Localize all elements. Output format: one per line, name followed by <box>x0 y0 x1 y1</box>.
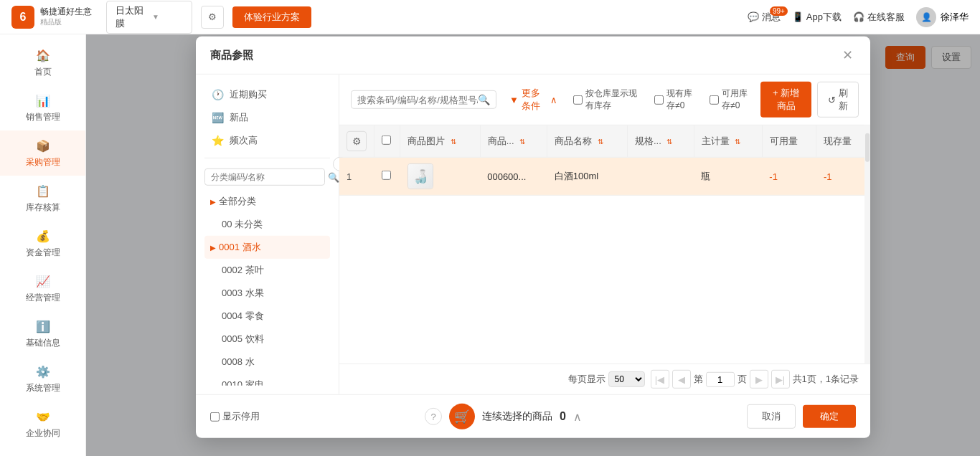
prev-page-button[interactable]: ◀ <box>672 370 691 389</box>
sidebar-item-operation[interactable]: 📈 经营管理 <box>0 266 85 311</box>
last-page-button[interactable]: ▶| <box>771 370 790 389</box>
first-page-button[interactable]: |◀ <box>651 370 669 389</box>
sidebar-item-guide[interactable]: 🎯 新手引导 <box>0 447 85 456</box>
cat-label: 0008 水 <box>222 356 255 369</box>
cat-label: 00 未分类 <box>222 218 263 231</box>
td-checkbox[interactable] <box>374 157 400 195</box>
table-body: 1 🍶 000600... 白酒100ml <box>339 157 870 195</box>
avatar: 👤 <box>916 7 936 27</box>
select-all-checkbox[interactable] <box>382 136 391 145</box>
checkbox-label-text: 可用库存≠0 <box>722 87 753 112</box>
column-settings-icon[interactable]: ⚙ <box>347 131 367 151</box>
footer-center: ? 🛒 连续选择的商品 0 ∧ <box>260 404 747 429</box>
nav-dropdown[interactable]: 日太阳膜 ▼ <box>106 1 192 34</box>
td-code: 000600... <box>480 157 547 195</box>
row-checkbox[interactable] <box>382 171 391 180</box>
category-search-icon[interactable]: 🔍 <box>328 171 339 182</box>
experience-button[interactable]: 体验行业方案 <box>232 6 311 28</box>
product-unit: 瓶 <box>701 171 710 181</box>
user-menu[interactable]: 👤 徐泽华 <box>916 7 969 27</box>
show-disabled-checkbox-wrap[interactable]: 显示停用 <box>210 410 260 423</box>
th-code-label: 商品... <box>488 136 514 146</box>
app-download-button[interactable]: 📱 App下载 <box>792 11 842 24</box>
cat-item-0005[interactable]: 0005 饮料 <box>204 328 330 351</box>
dropdown-label: 日太阳膜 <box>116 4 146 30</box>
basic-icon: ℹ️ <box>35 318 51 334</box>
sidebar-item-home[interactable]: 🏠 首页 <box>0 40 85 85</box>
sidebar-item-purchase[interactable]: 📦 采购管理 <box>0 130 85 176</box>
sort-icon[interactable]: ⇅ <box>451 138 456 146</box>
table-toolbar: 🔍 ▼ 更多条件 ∧ 按仓库显示现有库存 <box>339 75 870 125</box>
cancel-button[interactable]: 取消 <box>747 404 796 429</box>
sort-icon[interactable]: ⇅ <box>666 138 672 146</box>
show-disabled-checkbox[interactable] <box>210 412 220 421</box>
available-nonzero-checkbox[interactable] <box>710 95 719 104</box>
product-table-wrap: ⚙ 商品图片 ⇅ <box>339 125 870 364</box>
checkbox-warehouse[interactable]: 按仓库显示现有库存 <box>573 87 644 112</box>
available-value: -1 <box>769 171 778 181</box>
sidebar-label: 首页 <box>34 66 52 78</box>
show-disabled-label: 显示停用 <box>222 410 260 423</box>
sidebar-label: 企业协同 <box>26 427 60 440</box>
cat-item-0002[interactable]: 0002 茶叶 <box>204 259 330 282</box>
per-page-select[interactable]: 10 20 50 100 <box>608 371 645 387</box>
sidebar: 🏠 首页 📊 销售管理 📦 采购管理 📋 库存核算 💰 资金管理 📈 经营管理 … <box>0 34 86 456</box>
more-filter-button[interactable]: ▼ 更多条件 ∧ <box>504 84 563 115</box>
checkbox-label-text: 现有库存≠0 <box>666 87 698 112</box>
help-icon[interactable]: ? <box>425 408 442 425</box>
next-page-button[interactable]: ▶ <box>750 370 768 389</box>
cat-item-0008[interactable]: 0008 水 <box>204 351 330 374</box>
search-icon[interactable]: 🔍 <box>478 94 490 105</box>
cat-item-all[interactable]: ▶ 全部分类 <box>204 190 330 213</box>
scroll-bar[interactable] <box>864 125 870 364</box>
sidebar-item-finance[interactable]: 💰 资金管理 <box>0 221 85 266</box>
sort-icon[interactable]: ⇅ <box>598 138 603 146</box>
category-search-input[interactable] <box>204 168 325 186</box>
sort-icon[interactable]: ⇅ <box>519 138 525 146</box>
settings-icon[interactable]: ⚙ <box>201 6 224 29</box>
sidebar-item-sales[interactable]: 📊 销售管理 <box>0 85 85 130</box>
quick-item-new[interactable]: 🆕 新品 <box>204 106 330 129</box>
cat-item-0010[interactable]: 0010 家电 <box>204 374 330 386</box>
cat-item-00[interactable]: 00 未分类 <box>204 213 330 236</box>
cart-button[interactable]: 🛒 <box>449 404 475 429</box>
page-number-input[interactable] <box>706 371 735 386</box>
product-table: ⚙ 商品图片 ⇅ <box>339 125 870 196</box>
th-code: 商品... ⇅ <box>480 125 547 158</box>
online-service-button[interactable]: 🎧 在线客服 <box>853 11 905 24</box>
warehouse-checkbox[interactable] <box>573 95 583 104</box>
th-name-label: 商品名称 <box>555 136 592 146</box>
cat-item-0004[interactable]: 0004 零食 <box>204 305 330 328</box>
refresh-button[interactable]: ↺ 刷新 <box>817 82 859 118</box>
sort-icon[interactable]: ⇅ <box>735 138 740 146</box>
right-panel: 🔍 ▼ 更多条件 ∧ 按仓库显示现有库存 <box>339 75 870 394</box>
product-search-input[interactable] <box>357 94 478 105</box>
selected-count: 0 <box>560 410 566 423</box>
cat-label: 0003 水果 <box>222 287 264 300</box>
stock-nonzero-checkbox[interactable] <box>654 95 664 104</box>
add-product-button[interactable]: + 新增商品 <box>760 82 811 118</box>
quick-item-frequent[interactable]: ⭐ 频次高 <box>204 129 330 152</box>
cat-item-0001[interactable]: ▶ 0001 酒水 <box>204 236 330 259</box>
sidebar-item-basic[interactable]: ℹ️ 基础信息 <box>0 311 85 356</box>
quick-access: 🕐 近期购买 🆕 新品 ⭐ 频次高 <box>196 83 339 152</box>
cat-label: 0004 零食 <box>222 310 264 323</box>
sidebar-item-system[interactable]: ⚙️ 系统管理 <box>0 356 85 402</box>
sidebar-item-enterprise[interactable]: 🤝 企业协同 <box>0 402 85 447</box>
collapse-selected-icon[interactable]: ∧ <box>573 409 582 423</box>
table-header: ⚙ 商品图片 ⇅ <box>339 125 870 158</box>
checkbox-stock-nonzero[interactable]: 现有库存≠0 <box>654 87 698 112</box>
checkbox-available-nonzero[interactable]: 可用库存≠0 <box>710 87 753 112</box>
confirm-button[interactable]: 确定 <box>803 405 856 428</box>
sidebar-label: 采购管理 <box>26 156 60 168</box>
category-search-wrap: 🔍 <box>196 164 339 190</box>
modal-close-button[interactable]: ✕ <box>839 47 856 64</box>
sidebar-item-inventory[interactable]: 📋 库存核算 <box>0 176 85 221</box>
messages-button[interactable]: 💬 消息 99+ <box>748 11 781 24</box>
table-row[interactable]: 1 🍶 000600... 白酒100ml <box>339 157 870 195</box>
th-unit-label: 主计量 <box>702 136 730 146</box>
toolbar-right: + 新增商品 ↺ 刷新 <box>760 82 859 118</box>
quick-item-recent[interactable]: 🕐 近期购买 <box>204 83 330 106</box>
th-stock-label: 现存量 <box>824 136 852 146</box>
cat-item-0003[interactable]: 0003 水果 <box>204 282 330 305</box>
